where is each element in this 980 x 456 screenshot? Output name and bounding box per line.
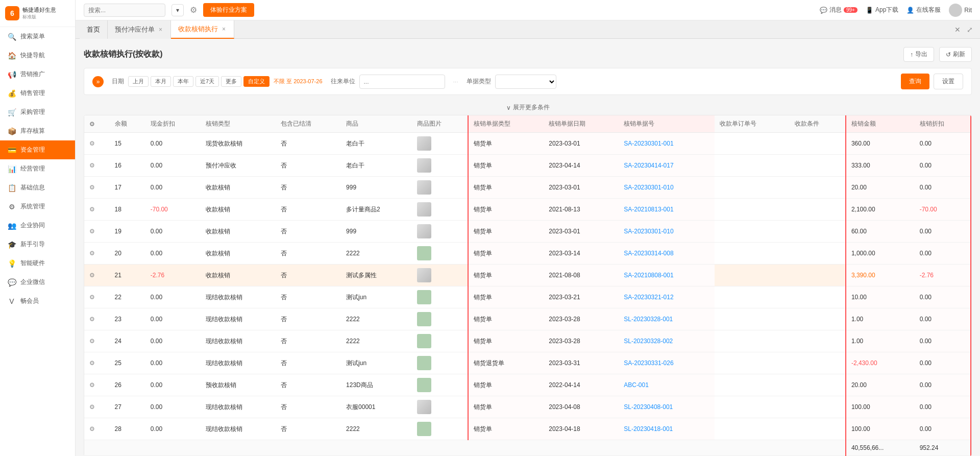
row-settings-icon[interactable]: ⚙ <box>89 403 95 411</box>
app-download-button[interactable]: 📱 App下载 <box>866 6 898 14</box>
sidebar-item-营销推广[interactable]: 📢营销推广 <box>0 65 75 84</box>
col-header-verify_amount: 核销金额 <box>846 115 915 133</box>
row-settings-icon[interactable]: ⚙ <box>89 381 95 389</box>
content-area: 收款核销执行(按收款) ↑ 导出 ↺ 刷新 » 日期 上月 本月 本 <box>76 39 980 456</box>
topbar-settings-icon[interactable]: ⚙ <box>190 5 197 15</box>
sidebar-item-销售管理[interactable]: 💰销售管理 <box>0 84 75 103</box>
topbar-search-input[interactable] <box>84 4 165 17</box>
sidebar-item-畅会员[interactable]: V畅会员 <box>0 292 75 310</box>
row-settings-icon[interactable]: ⚙ <box>89 162 95 169</box>
row-settings-icon[interactable]: ⚙ <box>89 359 95 367</box>
product-image-7 <box>417 290 431 304</box>
expand-tab-button[interactable]: ⤢ <box>964 26 976 34</box>
tab-close-2[interactable]: × <box>221 26 227 33</box>
verify-no-link-7[interactable]: SA-20230321-012 <box>624 294 673 301</box>
cell-verify_no-1[interactable]: SA-20230414-017 <box>619 155 715 177</box>
table-row: ⚙220.00现结收款核销否测试jun销货单2023-03-21SA-20230… <box>84 286 971 308</box>
cell-num-5: 20 <box>110 243 145 265</box>
verify-no-link-12[interactable]: SL-20230408-001 <box>624 403 673 411</box>
this-month-btn[interactable]: 本月 <box>151 76 171 87</box>
tab-首页[interactable]: 首页 <box>80 20 108 39</box>
col-header-settings[interactable]: ⚙ <box>84 115 110 133</box>
verify-no-link-8[interactable]: SL-20230328-001 <box>624 316 673 323</box>
verify-no-link-4[interactable]: SA-20230301-010 <box>624 228 673 235</box>
verify-no-link-6[interactable]: SA-20210808-001 <box>624 272 673 279</box>
sidebar-item-企业协同[interactable]: 👥企业协同 <box>0 216 75 235</box>
more-date-btn[interactable]: 更多 <box>221 76 241 87</box>
sidebar-item-搜索菜单[interactable]: 🔍搜索菜单 <box>0 27 75 46</box>
cell-verify_no-7[interactable]: SA-20230321-012 <box>619 286 715 308</box>
verify-no-link-13[interactable]: SL-20230418-001 <box>624 425 673 433</box>
sidebar-item-采购管理[interactable]: 🛒采购管理 <box>0 103 75 122</box>
row-settings-icon[interactable]: ⚙ <box>89 140 95 147</box>
cell-verify_no-10[interactable]: SA-20230331-026 <box>619 352 715 374</box>
verify-no-link-1[interactable]: SA-20230414-017 <box>624 162 673 169</box>
query-button[interactable]: 查询 <box>901 74 929 89</box>
last-month-btn[interactable]: 上月 <box>128 76 149 87</box>
row-settings-icon[interactable]: ⚙ <box>89 184 95 191</box>
verify-no-link-10[interactable]: SA-20230331-026 <box>624 359 673 367</box>
cell-verify_no-13[interactable]: SL-20230418-001 <box>619 418 715 440</box>
partner-input[interactable] <box>359 75 445 89</box>
product-image-3 <box>417 202 431 217</box>
cell-include_settled-0: 否 <box>276 133 341 155</box>
tab-close-1[interactable]: × <box>158 26 163 33</box>
verify-no-link-9[interactable]: SL-20230328-002 <box>624 338 673 345</box>
custom-date-btn[interactable]: 自定义 <box>243 76 270 87</box>
cell-verify_no-3[interactable]: SA-20210813-001 <box>619 199 715 221</box>
cell-receipt_condition-9 <box>790 330 846 352</box>
cell-verify_no-6[interactable]: SA-20210808-001 <box>619 265 715 286</box>
user-menu[interactable]: Rit <box>949 4 972 17</box>
sidebar-icon-12: 💡 <box>7 259 16 268</box>
cell-verify_no-0[interactable]: SA-20230301-001 <box>619 133 715 155</box>
verify-no-link-2[interactable]: SA-20230301-010 <box>624 184 673 191</box>
row-settings-icon[interactable]: ⚙ <box>89 294 95 301</box>
online-service-button[interactable]: 👤 在线客服 <box>906 6 941 14</box>
tab-预付冲应付单[interactable]: 预付冲应付单× <box>108 20 171 39</box>
row-settings-icon[interactable]: ⚙ <box>89 425 95 433</box>
col-header-receipt_order_no: 收款单订单号 <box>715 115 790 133</box>
row-settings-icon[interactable]: ⚙ <box>89 316 95 323</box>
row-settings-icon[interactable]: ⚙ <box>89 228 95 235</box>
sidebar-item-企业微信[interactable]: 💬企业微信 <box>0 273 75 292</box>
messages-button[interactable]: 💬 消息 99+ <box>820 6 857 14</box>
cell-verify_no-12[interactable]: SL-20230408-001 <box>619 396 715 418</box>
sidebar-item-系统管理[interactable]: ⚙系统管理 <box>0 197 75 216</box>
sidebar-item-经营管理[interactable]: 📊经营管理 <box>0 159 75 178</box>
row-settings-icon[interactable]: ⚙ <box>89 250 95 257</box>
sidebar-item-智能硬件[interactable]: 💡智能硬件 <box>0 254 75 273</box>
filter-collapse-button[interactable]: » <box>92 76 104 87</box>
cell-verify_amount-2: 20.00 <box>846 177 915 199</box>
refresh-button[interactable]: ↺ 刷新 <box>939 47 972 62</box>
export-button[interactable]: ↑ 导出 <box>903 47 934 62</box>
topbar-dropdown-btn[interactable]: ▾ <box>172 4 184 16</box>
row-settings-icon[interactable]: ⚙ <box>89 272 95 279</box>
cell-verify_no-11[interactable]: ABC-001 <box>619 374 715 396</box>
row-settings-icon[interactable]: ⚙ <box>89 206 95 213</box>
verify-no-link-3[interactable]: SA-20210813-001 <box>624 206 673 213</box>
industry-solution-button[interactable]: 体验行业方案 <box>203 3 254 17</box>
verify-no-link-11[interactable]: ABC-001 <box>624 381 649 389</box>
verify-no-link-0[interactable]: SA-20230301-001 <box>624 140 673 147</box>
filter-settings-button[interactable]: 设置 <box>934 74 963 89</box>
cell-verify_no-2[interactable]: SA-20230301-010 <box>619 177 715 199</box>
cell-verify_amount-6: 3,390.00 <box>846 265 915 286</box>
verify-no-link-5[interactable]: SA-20230314-008 <box>624 250 673 257</box>
tab-收款核销执行[interactable]: 收款核销执行× <box>171 20 234 39</box>
expand-more-bar[interactable]: ∨ 展开更多条件 <box>84 100 972 115</box>
sidebar-item-资金管理[interactable]: 💳资金管理 <box>0 140 75 159</box>
sidebar-item-快捷导航[interactable]: 🏠快捷导航 <box>0 46 75 65</box>
sidebar-item-新手引导[interactable]: 🎓新手引导 <box>0 235 75 254</box>
cell-verify_no-4[interactable]: SA-20230301-010 <box>619 221 715 243</box>
cell-verify_no-5[interactable]: SA-20230314-008 <box>619 243 715 265</box>
table-row: ⚙160.00预付冲应收否老白干销货单2023-04-14SA-20230414… <box>84 155 971 177</box>
this-year-btn[interactable]: 本年 <box>173 76 193 87</box>
bill-type-select[interactable] <box>495 75 556 89</box>
cell-verify_no-9[interactable]: SL-20230328-002 <box>619 330 715 352</box>
row-settings-icon[interactable]: ⚙ <box>89 338 95 345</box>
last-7-days-btn[interactable]: 近7天 <box>195 76 219 87</box>
close-tab-button[interactable]: ✕ <box>951 26 964 34</box>
cell-verify_no-8[interactable]: SL-20230328-001 <box>619 308 715 330</box>
sidebar-item-基础信息[interactable]: 📋基础信息 <box>0 178 75 197</box>
sidebar-item-库存核算[interactable]: 📦库存核算 <box>0 122 75 140</box>
